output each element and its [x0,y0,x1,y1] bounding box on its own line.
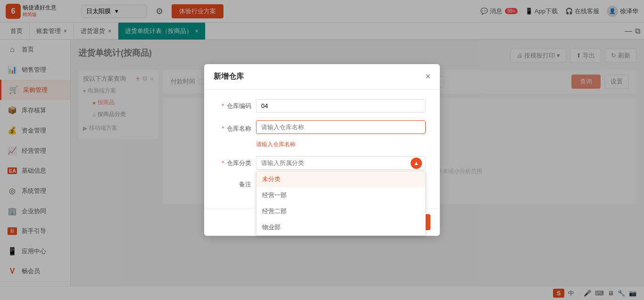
form-row-code: * 仓库编码 [218,99,426,113]
category-option-uncategorized[interactable]: 未分类 [256,171,425,187]
dialog-close-icon[interactable]: × [425,72,430,82]
category-dropdown-arrow[interactable]: ▲ [411,158,422,169]
category-option-property[interactable]: 物业部 [256,219,425,235]
dialog-header: 新增仓库 × [204,64,440,90]
category-input[interactable] [256,156,426,170]
category-label: * 仓库分类 [218,156,251,167]
dialog-title: 新增仓库 [214,72,244,82]
category-dropdown-menu: 未分类 经营一部 经营二部 物业部 [256,171,426,236]
name-error-msg: 请输入仓库名称 [256,141,296,149]
name-input[interactable] [256,120,426,134]
form-row-category: * 仓库分类 ▲ 未分类 经营一部 经营二部 物业部 [218,156,426,170]
code-input[interactable] [256,99,426,113]
form-row-name: * 仓库名称 请输入仓库名称 [218,120,426,149]
code-label: * 仓库编码 [218,99,251,110]
category-option-dept1[interactable]: 经营一部 [256,187,425,203]
category-option-dept2[interactable]: 经营二部 [256,203,425,219]
dialog-overlay: 新增仓库 × * 仓库编码 * 仓库名称 [0,0,644,300]
name-label: * 仓库名称 [218,122,251,133]
dialog-body: * 仓库编码 * 仓库名称 请输入仓库名称 * [204,90,440,208]
note-label: 备注 [218,177,251,189]
new-warehouse-dialog: 新增仓库 × * 仓库编码 * 仓库名称 [204,64,440,236]
category-dropdown: ▲ 未分类 经营一部 经营二部 物业部 [256,156,426,170]
